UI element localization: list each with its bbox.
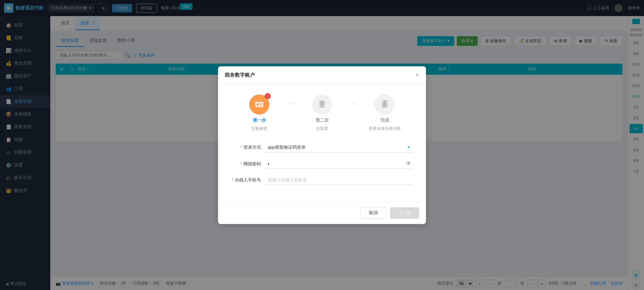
step-3: 完成 查看具体任务结果 bbox=[357, 94, 413, 132]
step-1-desc: 完善账密 bbox=[251, 126, 267, 132]
step-2-label: 第二步 bbox=[316, 117, 329, 123]
phone-row: * 办税人手机号 bbox=[231, 175, 413, 185]
modal-close-btn[interactable]: × bbox=[416, 72, 419, 79]
modal-header: 税务数字账户 × bbox=[218, 66, 426, 84]
modal-form: * 登录方式 app获取验证码登录 ▾ * 网报密码 bbox=[231, 142, 413, 185]
modal-footer: 取消 下一步 bbox=[218, 202, 426, 224]
eye-icon[interactable]: 👁 bbox=[406, 161, 413, 167]
svg-rect-0 bbox=[255, 102, 263, 107]
svg-rect-2 bbox=[259, 103, 262, 104]
step-2-desc: 去取票 bbox=[316, 126, 328, 132]
phone-label: * 办税人手机号 bbox=[231, 177, 265, 183]
modal-body: ! 第一步 完善账密 → 第 bbox=[218, 84, 426, 202]
modal-title: 税务数字账户 bbox=[225, 72, 255, 78]
step-2-circle bbox=[312, 94, 332, 115]
step-3-circle bbox=[375, 94, 395, 115]
svg-point-1 bbox=[257, 103, 259, 105]
step-3-desc: 查看具体任务结果 bbox=[369, 126, 401, 132]
svg-rect-4 bbox=[319, 100, 325, 108]
modal-overlay: 税务数字账户 × ! 第一步 bbox=[0, 0, 644, 290]
password-label: * 网报密码 bbox=[231, 161, 265, 167]
step-1-label: 第一步 bbox=[253, 117, 266, 123]
svg-rect-3 bbox=[259, 105, 261, 105]
svg-rect-11 bbox=[383, 104, 386, 105]
login-method-row: * 登录方式 app获取验证码登录 ▾ bbox=[231, 142, 413, 153]
tax-digital-account-modal: 税务数字账户 × ! 第一步 bbox=[218, 66, 426, 224]
next-button[interactable]: 下一步 bbox=[390, 207, 419, 219]
step-1: ! 第一步 完善账密 bbox=[231, 94, 287, 132]
password-input[interactable] bbox=[265, 159, 406, 168]
svg-rect-6 bbox=[320, 103, 324, 104]
arrow-1: → bbox=[287, 94, 294, 107]
select-down-icon: ▾ bbox=[408, 145, 410, 150]
svg-rect-12 bbox=[383, 106, 385, 106]
phone-input[interactable] bbox=[265, 175, 413, 185]
step-2: 第二步 去取票 bbox=[294, 94, 350, 132]
steps-indicator: ! 第一步 完善账密 → 第 bbox=[231, 94, 413, 132]
clipboard-icon bbox=[379, 99, 390, 110]
step-1-badge: ! bbox=[265, 93, 271, 99]
svg-rect-5 bbox=[320, 102, 324, 102]
receipt-icon bbox=[317, 99, 327, 110]
id-card-icon bbox=[254, 99, 265, 110]
login-method-select[interactable]: app获取验证码登录 ▾ bbox=[265, 142, 413, 153]
svg-rect-7 bbox=[320, 104, 323, 105]
step-3-label: 完成 bbox=[380, 117, 389, 123]
svg-rect-9 bbox=[383, 100, 386, 102]
arrow-2: → bbox=[350, 94, 357, 107]
step-1-circle: ! bbox=[249, 94, 269, 115]
svg-rect-10 bbox=[383, 103, 386, 104]
login-method-label: * 登录方式 bbox=[231, 144, 265, 150]
cancel-button[interactable]: 取消 bbox=[361, 207, 386, 219]
password-row: * 网报密码 👁 bbox=[231, 159, 413, 169]
